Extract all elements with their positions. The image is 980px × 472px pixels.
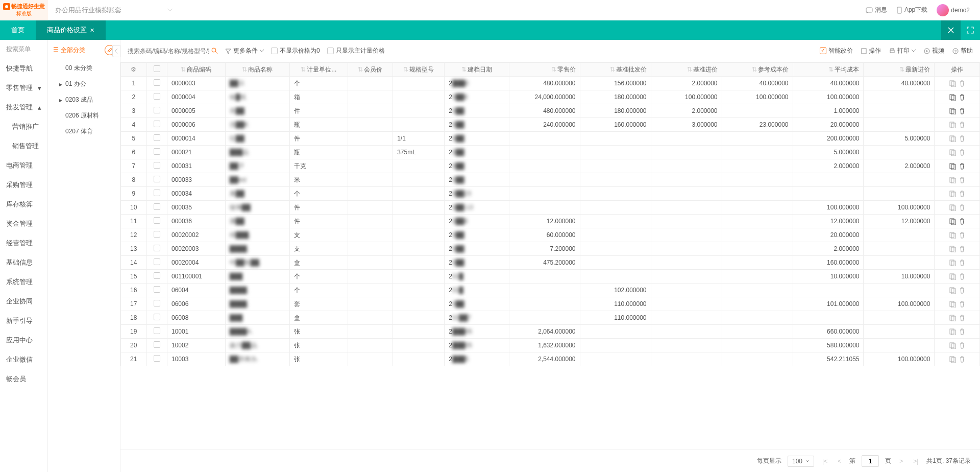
sort-icon[interactable]: ⇅: [899, 66, 904, 73]
delete-icon[interactable]: [959, 259, 965, 266]
row-checkbox[interactable]: [154, 203, 160, 210]
table-row[interactable]: 7000031██子千克20██2.0000002.000000: [121, 159, 980, 173]
delete-icon[interactable]: [959, 356, 965, 363]
tree-item[interactable]: ▸0203 成品: [48, 92, 120, 108]
row-checkbox[interactable]: [154, 300, 160, 306]
table-row[interactable]: 10000003██示个2███0480.000000156.0000002.0…: [121, 77, 980, 90]
table-row[interactable]: 20000004收█纸箱20██824,000.000000180.000000…: [121, 90, 980, 104]
only-main-unit-checkbox[interactable]: 只显示主计量价格: [327, 46, 385, 55]
table-row[interactable]: 1300020003████.支20██7.2000002.000000: [121, 242, 980, 256]
sort-icon[interactable]: ⇅: [181, 66, 186, 73]
prev-page-button[interactable]: <: [836, 458, 843, 465]
delete-icon[interactable]: [959, 246, 965, 252]
column-header[interactable]: ⇅规格型号: [393, 63, 445, 77]
tab-商品价格设置[interactable]: 商品价格设置✕: [36, 20, 106, 40]
table-row[interactable]: 40000006洗██K瓶20██240.000000160.0000003.0…: [121, 118, 980, 132]
copy-icon[interactable]: [949, 287, 956, 294]
table-row[interactable]: 1200020002得███.支20██60.00000020.000000: [121, 228, 980, 242]
sidebar-item[interactable]: 畅会员: [0, 369, 47, 389]
last-page-button[interactable]: >|: [911, 458, 920, 465]
sort-icon[interactable]: ⇅: [610, 66, 615, 73]
page-input[interactable]: [862, 455, 879, 467]
copy-icon[interactable]: [949, 122, 956, 128]
copy-icon[interactable]: [949, 246, 956, 252]
column-header[interactable]: ⇅零售价: [509, 63, 580, 77]
delete-icon[interactable]: [959, 149, 965, 156]
sort-icon[interactable]: ⇅: [551, 66, 556, 73]
copy-icon[interactable]: [949, 342, 956, 349]
sidebar-item[interactable]: 采购管理: [0, 175, 47, 195]
sort-icon[interactable]: ⇅: [403, 66, 408, 73]
sort-icon[interactable]: ⇅: [461, 66, 467, 73]
sidebar-item[interactable]: 批发管理▴: [0, 98, 47, 117]
sort-icon[interactable]: ⇅: [752, 66, 757, 73]
column-header[interactable]: [146, 63, 167, 77]
column-header[interactable]: ⇅会员价: [348, 63, 393, 77]
search-input[interactable]: [128, 48, 209, 55]
delete-icon[interactable]: [959, 218, 965, 225]
delete-icon[interactable]: [959, 301, 965, 308]
row-checkbox[interactable]: [154, 245, 160, 251]
table-row[interactable]: 9000034奥██个20██23: [121, 187, 980, 201]
delete-icon[interactable]: [959, 328, 965, 335]
delete-icon[interactable]: [959, 135, 965, 142]
close-tab-button[interactable]: [941, 20, 961, 40]
delete-icon[interactable]: [959, 94, 965, 101]
column-header[interactable]: ⇅建档日期: [445, 63, 509, 77]
table-row[interactable]: 6000021███品瓶375mL20██5.000000: [121, 146, 980, 159]
sidebar-item[interactable]: 系统管理: [0, 272, 47, 292]
copy-icon[interactable]: [949, 356, 956, 363]
fullscreen-button[interactable]: [961, 20, 980, 40]
sidebar-item[interactable]: 库存核算: [0, 195, 47, 214]
copy-icon[interactable]: [949, 315, 956, 321]
copy-icon[interactable]: [949, 273, 956, 280]
table-row[interactable]: 8000033██est米20██: [121, 173, 980, 187]
copy-icon[interactable]: [949, 80, 956, 87]
gear-icon[interactable]: ⚙: [131, 66, 136, 73]
delete-icon[interactable]: [959, 80, 965, 87]
column-header[interactable]: 操作: [935, 63, 980, 77]
copy-icon[interactable]: [949, 177, 956, 183]
hide-zero-checkbox[interactable]: 不显示价格为0: [271, 46, 320, 55]
column-header[interactable]: ⇅基准进价: [651, 63, 722, 77]
row-checkbox[interactable]: [154, 355, 160, 362]
sidebar-item[interactable]: 快捷导航: [0, 59, 47, 78]
sidebar-item[interactable]: 企业微信: [0, 350, 47, 369]
column-header[interactable]: ⇅商品编码: [167, 63, 225, 77]
app-download-button[interactable]: App下载: [896, 6, 927, 14]
row-checkbox[interactable]: [154, 217, 160, 224]
sidebar-item[interactable]: 经营管理: [0, 233, 47, 253]
sort-icon[interactable]: ⇅: [242, 66, 247, 73]
print-button[interactable]: 打印: [889, 46, 916, 55]
tab-首页[interactable]: 首页: [0, 20, 36, 40]
sidebar-item[interactable]: 基础信息: [0, 253, 47, 272]
column-header[interactable]: ⇅商品名称: [225, 63, 289, 77]
row-checkbox[interactable]: [154, 314, 160, 320]
search-icon[interactable]: [211, 48, 218, 54]
tree-item[interactable]: 00 未分类: [48, 60, 120, 76]
row-checkbox[interactable]: [154, 258, 160, 265]
copy-icon[interactable]: [949, 259, 956, 266]
sidebar-subitem[interactable]: 销售管理: [0, 136, 47, 156]
tree-item[interactable]: 0207 体育: [48, 124, 120, 139]
operations-button[interactable]: 操作: [861, 46, 881, 55]
row-checkbox[interactable]: [154, 190, 160, 196]
row-checkbox[interactable]: [154, 107, 160, 113]
help-button[interactable]: ? 帮助: [952, 46, 973, 55]
row-checkbox[interactable]: [154, 341, 160, 348]
sidebar-search[interactable]: 搜索菜单: [0, 40, 47, 59]
row-checkbox[interactable]: [154, 134, 160, 141]
sort-icon[interactable]: ⇅: [301, 66, 306, 73]
copy-icon[interactable]: [949, 218, 956, 225]
sidebar-item[interactable]: 零售管理▾: [0, 78, 47, 98]
table-row[interactable]: 30000005衣██件20██480.000000180.0000002.00…: [121, 104, 980, 118]
tree-item[interactable]: 0206 原材料: [48, 108, 120, 124]
sort-icon[interactable]: ⇅: [828, 66, 834, 73]
delete-icon[interactable]: [959, 191, 965, 197]
delete-icon[interactable]: [959, 163, 965, 170]
row-checkbox[interactable]: [154, 231, 160, 238]
table-row[interactable]: 11000036测██件20██812.00000012.00000012.00…: [121, 215, 980, 228]
search-box[interactable]: [128, 48, 218, 55]
delete-icon[interactable]: [959, 108, 965, 114]
messages-button[interactable]: 消息: [866, 6, 887, 14]
